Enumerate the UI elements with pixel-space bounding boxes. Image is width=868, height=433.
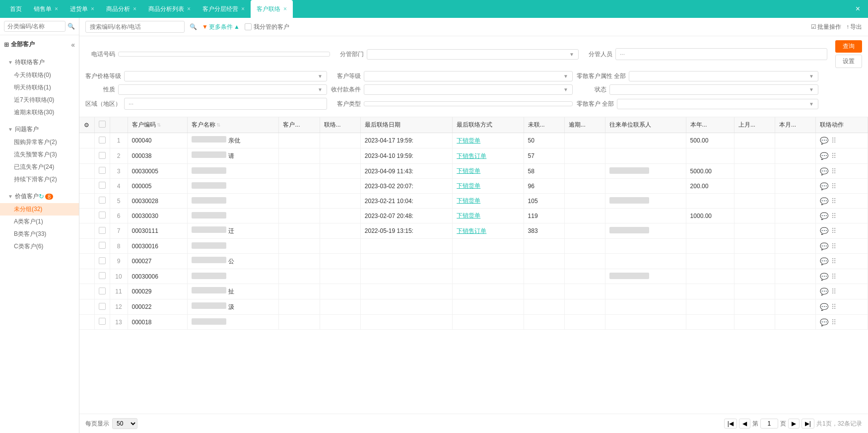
per-page-select[interactable]: 50 100 200 [112, 418, 137, 429]
row-checkbox[interactable] [94, 179, 110, 194]
close-icon[interactable]: × [133, 5, 136, 12]
row-checkbox[interactable] [94, 223, 110, 239]
row-checkbox[interactable] [94, 209, 110, 223]
customer-type-input[interactable] [364, 101, 573, 106]
menu-icon[interactable]: ⠿ [831, 167, 836, 175]
contact-icon[interactable]: 💬 [820, 182, 828, 190]
sidebar-item-tomorrow[interactable]: 明天待联络(1) [0, 81, 79, 94]
contact-icon[interactable]: 💬 [820, 273, 828, 281]
scatter-customer-dropdown[interactable]: ▼ [617, 99, 818, 109]
price-grade-dropdown[interactable]: ▼ [124, 71, 327, 81]
contact-icon[interactable]: 💬 [820, 242, 828, 250]
sidebar-group-value[interactable]: ▼ 价值客户 ↻ 8 [0, 190, 79, 203]
row-last-contact-way[interactable] [453, 284, 524, 299]
close-icon[interactable]: × [283, 5, 287, 12]
sidebar-item-classC[interactable]: C类客户(6) [0, 240, 79, 253]
this-month-col-header[interactable]: 本月... [775, 117, 816, 133]
row-last-contact-way[interactable]: 下销货单 [453, 164, 524, 179]
menu-icon[interactable]: ⠿ [831, 137, 836, 144]
menu-icon[interactable]: ⠿ [831, 227, 836, 235]
nav-home[interactable]: 首页 [4, 0, 28, 18]
phone-input[interactable] [118, 52, 330, 57]
row-checkbox[interactable] [94, 164, 110, 179]
sidebar-item-ungrouped[interactable]: 未分组(32) [0, 203, 79, 216]
row-last-contact-way[interactable]: 下销货单 [453, 133, 524, 148]
sidebar-item-churn-warning[interactable]: 流失预警客户(3) [0, 148, 79, 161]
sidebar-item-declining[interactable]: 持续下滑客户(2) [0, 173, 79, 186]
sidebar-item-classA[interactable]: A类客户(1) [0, 216, 79, 228]
search-input[interactable] [85, 21, 185, 33]
row-checkbox[interactable] [94, 239, 110, 254]
close-icon[interactable]: × [241, 5, 245, 12]
nav-sales[interactable]: 销售单 × [28, 0, 64, 18]
row-last-contact-way[interactable] [453, 254, 524, 269]
category-search-input[interactable] [4, 21, 66, 32]
row-last-contact-way[interactable]: 下销货单 [453, 179, 524, 194]
collapse-icon[interactable]: « [71, 41, 75, 49]
status-dropdown[interactable]: ▼ [609, 84, 818, 95]
contact-icon[interactable]: 💬 [820, 152, 828, 160]
dept-dropdown[interactable]: ▼ [367, 49, 579, 60]
query-button[interactable]: 查询 [835, 40, 862, 53]
menu-icon[interactable]: ⠿ [831, 197, 836, 205]
row-last-contact-way[interactable]: 下销售订单 [453, 223, 524, 239]
row-checkbox[interactable] [94, 299, 110, 315]
row-last-contact-way[interactable] [453, 315, 524, 330]
nature-dropdown[interactable]: ▼ [118, 84, 327, 95]
liaison-col-header[interactable]: 往来单位联系人 [605, 117, 686, 133]
contact-icon[interactable]: 💬 [820, 288, 828, 295]
menu-icon[interactable]: ⠿ [831, 182, 836, 190]
sidebar-item-today[interactable]: 今天待联络(0) [0, 69, 79, 81]
row-checkbox[interactable] [94, 254, 110, 269]
contact-col-header[interactable]: 联络... [320, 117, 360, 133]
row-last-contact-way[interactable]: 下销售订单 [453, 148, 524, 164]
last-page-button[interactable]: ▶| [801, 419, 814, 429]
my-customers-checkbox[interactable]: 我分管的客户 [245, 23, 289, 31]
more-conditions-button[interactable]: ▼ 更多条件 ▲ [202, 23, 240, 31]
sidebar-item-stockpile-abnormal[interactable]: 囤购异常客户(2) [0, 136, 79, 148]
sidebar-item-overdue[interactable]: 逾期未联络(30) [0, 106, 79, 119]
sidebar-item-7days[interactable]: 近7天待联络(0) [0, 94, 79, 106]
search-icon[interactable]: 🔍 [190, 23, 197, 30]
checkbox-icon[interactable] [245, 23, 252, 30]
this-year-col-header[interactable]: 本年... [686, 117, 734, 133]
region-input[interactable]: ··· [124, 98, 327, 110]
last-month-col-header[interactable]: 上月... [734, 117, 775, 133]
row-last-contact-way[interactable]: 下销货单 [453, 194, 524, 209]
contact-icon[interactable]: 💬 [820, 197, 828, 205]
overdue-col-header[interactable]: 逾期... [564, 117, 605, 133]
contact-icon[interactable]: 💬 [820, 167, 828, 175]
menu-icon[interactable]: ⠿ [831, 152, 836, 160]
reset-button[interactable]: 设置 [835, 55, 862, 68]
contact-icon[interactable]: 💬 [820, 227, 828, 235]
sidebar-group-problem[interactable]: ▼ 问题客户 [0, 123, 79, 136]
sidebar-item-churned[interactable]: 已流失客户(24) [0, 161, 79, 173]
refresh-icon[interactable]: ↻ [39, 193, 44, 200]
last-contact-date-col-header[interactable]: 最后联络日期 [360, 117, 452, 133]
type-col-header[interactable]: 客户... [279, 117, 320, 133]
row-checkbox[interactable] [94, 148, 110, 164]
row-last-contact-way[interactable]: 下销货单 [453, 209, 524, 223]
batch-operation-button[interactable]: ☑ 批量操作 [811, 23, 841, 31]
row-checkbox[interactable] [94, 194, 110, 209]
sidebar-group-pending[interactable]: ▼ 待联络客户 [0, 56, 79, 69]
nav-product-analysis[interactable]: 商品分析 × [100, 0, 142, 18]
row-checkbox[interactable] [94, 133, 110, 148]
close-icon[interactable]: × [91, 5, 94, 12]
manager-input[interactable]: ··· [615, 48, 827, 60]
menu-icon[interactable]: ⠿ [831, 242, 836, 250]
all-customers-header[interactable]: ⊞ 全部客户 « [0, 37, 79, 52]
settings-col-header[interactable]: ⚙ [79, 117, 94, 133]
menu-icon[interactable]: ⠿ [831, 318, 836, 326]
row-checkbox[interactable] [94, 315, 110, 330]
export-button[interactable]: ↑ 导出 [846, 23, 862, 31]
row-checkbox[interactable] [94, 284, 110, 299]
first-page-button[interactable]: |◀ [724, 419, 737, 429]
uncontacted-col-header[interactable]: 未联... [524, 117, 564, 133]
search-icon[interactable]: 🔍 [67, 23, 75, 30]
nav-customer-layered[interactable]: 客户分层经营 × [197, 0, 251, 18]
close-icon[interactable]: × [55, 5, 58, 12]
row-last-contact-way[interactable] [453, 239, 524, 254]
sidebar-item-classB[interactable]: B类客户(33) [0, 228, 79, 240]
row-last-contact-way[interactable] [453, 269, 524, 284]
